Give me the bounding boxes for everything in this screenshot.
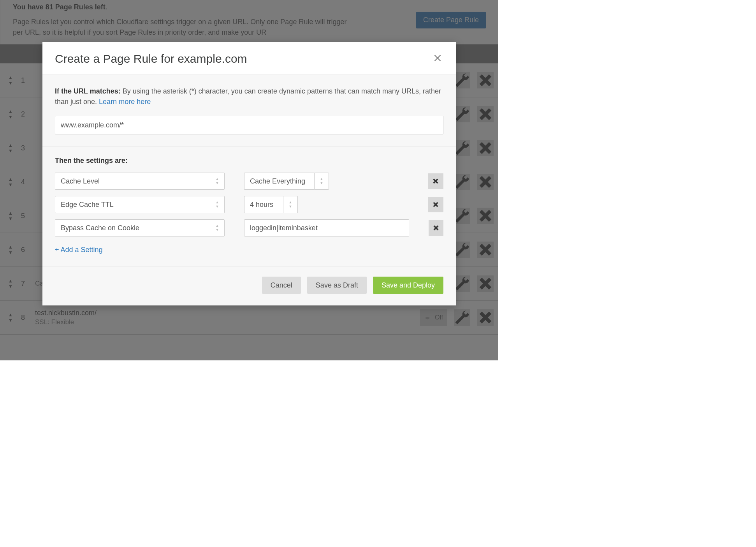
setting-value-select[interactable]: 4 hours — [244, 196, 283, 213]
url-pattern-input[interactable] — [55, 116, 443, 134]
chevron-updown-icon[interactable]: ▲▼ — [314, 173, 329, 190]
setting-key-select[interactable]: Edge Cache TTL — [55, 196, 210, 213]
remove-setting-icon[interactable] — [428, 173, 443, 189]
setting-value-select[interactable]: Cache Everything — [244, 173, 314, 190]
setting-row: Bypass Cache on Cookie▲▼ — [55, 219, 443, 236]
setting-key-select[interactable]: Bypass Cache on Cookie — [55, 219, 210, 236]
setting-row: Cache Level▲▼Cache Everything▲▼ — [55, 173, 443, 190]
setting-value-input[interactable] — [244, 219, 409, 236]
chevron-updown-icon[interactable]: ▲▼ — [210, 173, 225, 190]
url-match-label: If the URL matches: By using the asteris… — [55, 86, 443, 107]
close-icon[interactable] — [432, 52, 443, 65]
save-deploy-button[interactable]: Save and Deploy — [373, 277, 443, 294]
remove-setting-icon[interactable] — [429, 220, 443, 236]
cancel-button[interactable]: Cancel — [262, 277, 301, 294]
learn-more-link[interactable]: Learn more here — [99, 98, 151, 106]
modal-overlay: Create a Page Rule for example.com If th… — [0, 0, 498, 360]
create-page-rule-modal: Create a Page Rule for example.com If th… — [42, 42, 456, 305]
setting-key-select[interactable]: Cache Level — [55, 173, 210, 190]
save-draft-button[interactable]: Save as Draft — [307, 277, 367, 294]
chevron-updown-icon[interactable]: ▲▼ — [210, 219, 225, 236]
setting-row: Edge Cache TTL▲▼4 hours▲▼ — [55, 196, 443, 213]
remove-setting-icon[interactable] — [428, 197, 443, 212]
chevron-updown-icon[interactable]: ▲▼ — [283, 196, 298, 213]
settings-heading: Then the settings are: — [55, 157, 443, 165]
modal-title: Create a Page Rule for example.com — [55, 52, 247, 65]
add-setting-link[interactable]: + Add a Setting — [55, 246, 103, 255]
chevron-updown-icon[interactable]: ▲▼ — [210, 196, 225, 213]
